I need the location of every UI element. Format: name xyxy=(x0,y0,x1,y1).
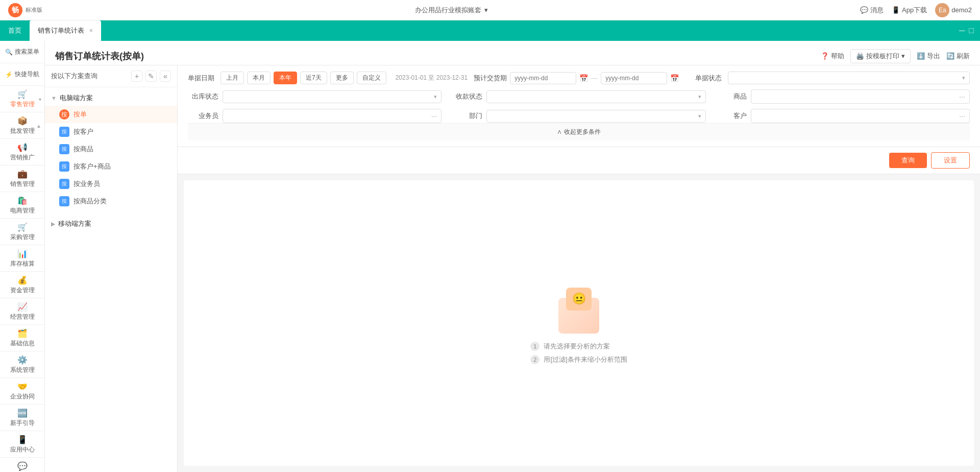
scheme-pc-header[interactable]: ▼ 电脑端方案 xyxy=(45,90,177,106)
query-btn[interactable]: 查询 xyxy=(889,153,927,168)
delivery-label: 出库状态 xyxy=(188,92,218,101)
single-status-arrow: ▾ xyxy=(962,75,965,81)
sidebar-item-marketing[interactable]: 📢 营销推广 xyxy=(0,139,44,166)
message-btn[interactable]: 💬 消息 xyxy=(860,6,884,15)
export-btn[interactable]: ⬇️ 导出 xyxy=(917,52,940,61)
tab-home[interactable]: 首页 xyxy=(0,20,30,41)
sidebar-quick-nav[interactable]: ⚡ 快捷导航 xyxy=(0,63,44,86)
collapse-bar[interactable]: ∧ 收起更多条件 xyxy=(188,123,970,140)
expected-date-end[interactable] xyxy=(601,72,667,84)
hint-text-1: 请先选择要分析的方案 xyxy=(544,342,610,351)
scheme-add-btn[interactable]: + xyxy=(131,70,142,82)
sidebar-item-inventory[interactable]: 📊 库存核算 xyxy=(0,245,44,272)
sidebar-item-purchase[interactable]: 🛒 采购管理 xyxy=(0,219,44,245)
sidebar-item-basic[interactable]: 🗂️ 基础信息 xyxy=(0,325,44,351)
scheme-panel-header: 按以下方案查询 + ✎ « xyxy=(45,65,177,87)
scheme-item-by-customer-goods[interactable]: 按 按客户+商品 xyxy=(45,158,177,175)
sidebar-item-enterprise[interactable]: 🤝 企业协同 xyxy=(0,378,44,405)
sidebar-search[interactable]: 🔍 搜索菜单 xyxy=(0,41,44,63)
sidebar-item-system[interactable]: ⚙️ 系统管理 xyxy=(0,351,44,378)
scheme-item-by-goods[interactable]: 按 按商品 xyxy=(45,140,177,158)
app-name-area[interactable]: 办公用品行业模拟账套 ▾ xyxy=(415,6,488,15)
expected-date-start[interactable] xyxy=(510,72,576,84)
tab-home-label: 首页 xyxy=(8,26,21,35)
last7days-btn[interactable]: 近7天 xyxy=(300,72,327,84)
marketing-icon: 📢 xyxy=(17,143,28,152)
settings-btn[interactable]: 设置 xyxy=(931,152,970,169)
sidebar-nav-label: 快捷导航 xyxy=(15,70,39,79)
scheme-mobile-header[interactable]: ▶ 移动端方案 xyxy=(45,216,177,231)
search-icon: 🔍 xyxy=(5,49,13,56)
app-download-btn[interactable]: 📱 App下载 xyxy=(892,6,927,15)
goods-more-icon: ··· xyxy=(959,92,965,101)
app-name-label: 办公用品行业模拟账套 xyxy=(415,6,481,15)
retail-arrow: ▾ xyxy=(39,96,41,102)
department-arrow: ▾ xyxy=(698,113,701,120)
salesman-input[interactable]: ··· xyxy=(223,109,442,123)
tab-sales-order[interactable]: 销售订单统计表 × xyxy=(30,20,101,41)
this-year-btn[interactable]: 本年 xyxy=(274,72,297,84)
inventory-icon: 📊 xyxy=(17,249,28,258)
last-month-btn[interactable]: 上月 xyxy=(220,72,244,84)
this-month-btn[interactable]: 本月 xyxy=(247,72,271,84)
scheme-edit-btn[interactable]: ✎ xyxy=(145,70,157,82)
single-status-select[interactable]: ▾ xyxy=(728,72,970,84)
department-select[interactable]: ▾ xyxy=(486,110,705,123)
finance-icon: 💰 xyxy=(17,275,28,285)
delivery-select[interactable]: ▾ xyxy=(223,90,442,103)
logo-area: 畅 标准版 xyxy=(8,3,42,17)
scheme-item-by-customer[interactable]: 按 按客户 xyxy=(45,123,177,140)
empty-hints: 1 请先选择要分析的方案 2 用[过滤]条件来缩小分析范围 xyxy=(530,342,627,364)
app-name-arrow[interactable]: ▾ xyxy=(484,6,488,14)
scheme-by-cg-label: 按客户+商品 xyxy=(74,162,111,171)
sidebar-sales-label: 销售管理 xyxy=(10,180,35,188)
sidebar-item-sales[interactable]: 💼 销售管理 xyxy=(0,166,44,192)
user-menu[interactable]: Ea demo2 xyxy=(935,3,972,17)
payment-select[interactable]: ▾ xyxy=(486,90,705,103)
sidebar-item-finance[interactable]: 💰 资金管理 xyxy=(0,272,44,298)
tab-sales-order-label: 销售订单统计表 xyxy=(38,26,84,35)
sidebar-item-wechat[interactable]: 💬 企业微信 xyxy=(0,458,44,472)
scheme-by-sm-label: 按业务员 xyxy=(74,179,100,188)
salesman-more-icon: ··· xyxy=(431,112,437,120)
tab-close-btn[interactable]: × xyxy=(89,27,93,34)
customer-label: 客户 xyxy=(716,111,747,121)
tab-minimize-btn[interactable]: ─ xyxy=(959,26,965,35)
help-btn[interactable]: ❓ 帮助 xyxy=(821,52,844,61)
sidebar: 🔍 搜索菜单 ⚡ 快捷导航 🛒 零售管理 ▾ 📦 批发管理 ▲ 📢 营销推广 💼… xyxy=(0,41,45,472)
custom-btn[interactable]: 自定义 xyxy=(357,72,386,84)
scheme-item-by-salesman[interactable]: 按 按业务员 xyxy=(45,175,177,193)
sidebar-item-retail[interactable]: 🛒 零售管理 ▾ xyxy=(0,86,44,112)
retail-icon: 🛒 xyxy=(17,89,28,99)
refresh-btn[interactable]: 🔄 刷新 xyxy=(946,52,970,61)
sidebar-system-label: 系统管理 xyxy=(10,366,35,374)
delivery-arrow: ▾ xyxy=(434,93,437,100)
more-btn[interactable]: 更多 xyxy=(330,72,354,84)
print-btn[interactable]: 🖨️ 按模板打印 ▾ xyxy=(850,49,911,63)
cal-icon-end: 📅 xyxy=(670,74,679,82)
help-icon: ❓ xyxy=(821,52,829,60)
filter-section: 单据日期 上月 本月 本年 近7天 更多 自定义 2023-01-01 至 20… xyxy=(178,65,980,147)
scheme-collapse-btn[interactable]: « xyxy=(160,70,171,82)
scheme-by-order-label: 按单 xyxy=(74,110,87,119)
scheme-item-by-category[interactable]: 按 按商品分类 xyxy=(45,193,177,210)
hint-num-2: 2 xyxy=(530,355,540,364)
tab-maximize-btn[interactable]: □ xyxy=(969,26,974,35)
scheme-item-by-order[interactable]: 按 按单 xyxy=(45,106,177,123)
empty-face: 😐 xyxy=(566,288,592,311)
sidebar-item-wholesale[interactable]: 📦 批发管理 ▲ xyxy=(0,112,44,139)
sidebar-item-guide[interactable]: 🆕 新手引导 xyxy=(0,405,44,431)
system-icon: ⚙️ xyxy=(17,355,28,365)
wechat-icon: 💬 xyxy=(17,461,28,471)
two-panel: 按以下方案查询 + ✎ « ▼ 电脑端方案 按 按单 xyxy=(45,65,980,472)
scheme-by-cat-label: 按商品分类 xyxy=(74,197,107,206)
sidebar-item-operations[interactable]: 📈 经营管理 xyxy=(0,298,44,325)
sidebar-finance-label: 资金管理 xyxy=(10,286,35,295)
scheme-panel: 按以下方案查询 + ✎ « ▼ 电脑端方案 按 按单 xyxy=(45,65,178,472)
customer-filter: 客户 ··· xyxy=(716,109,970,123)
sidebar-item-apps[interactable]: 📱 应用中心 xyxy=(0,431,44,458)
goods-input[interactable]: ··· xyxy=(751,89,970,104)
customer-input[interactable]: ··· xyxy=(751,109,970,123)
sidebar-item-ecom[interactable]: 🛍️ 电商管理 xyxy=(0,192,44,219)
ops-icon: 📈 xyxy=(17,302,28,312)
